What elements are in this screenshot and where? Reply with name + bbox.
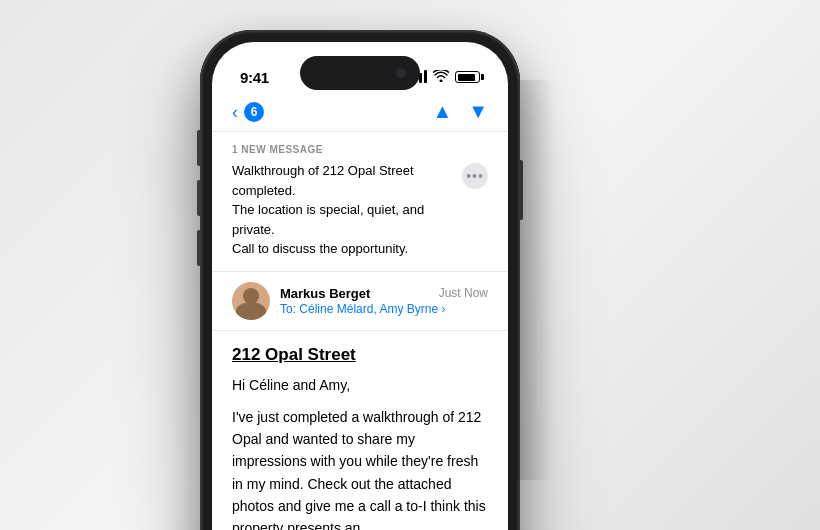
more-options-button[interactable]: ••• (462, 163, 488, 189)
next-message-button[interactable]: ▼ (468, 100, 488, 123)
more-dots-icon: ••• (466, 169, 484, 183)
nav-right: ▲ ▼ (432, 100, 488, 123)
nav-left[interactable]: ‹ 6 (232, 102, 264, 122)
back-arrow-icon[interactable]: ‹ (232, 103, 238, 121)
notification-area: 1 NEW MESSAGE Walkthrough of 212 Opal St… (212, 132, 508, 272)
sender-name-row: Markus Berget Just Now (280, 286, 488, 301)
nav-bar: ‹ 6 ▲ ▼ (212, 96, 508, 131)
chevron-icon: › (441, 302, 445, 316)
back-badge[interactable]: 6 (244, 102, 264, 122)
avatar-body (236, 302, 266, 320)
prev-message-button[interactable]: ▲ (432, 100, 452, 123)
preview-line2: The location is special, quiet, and priv… (232, 202, 424, 237)
sender-row: Markus Berget Just Now To: Céline Mélard… (212, 272, 508, 331)
dynamic-island (300, 56, 420, 90)
scene: 9:41 (0, 0, 820, 530)
phone-frame: 9:41 (200, 30, 520, 530)
email-subject: 212 Opal Street (232, 345, 488, 365)
battery-icon (455, 71, 480, 83)
sender-info: Markus Berget Just Now To: Céline Mélard… (280, 286, 488, 316)
sender-to[interactable]: To: Céline Mélard, Amy Byrne › (280, 302, 488, 316)
camera-dot (396, 68, 406, 78)
wifi-icon (433, 70, 449, 85)
preview-line3: Call to discuss the opportunity. (232, 241, 408, 256)
avatar (232, 282, 270, 320)
phone-screen: 9:41 (212, 42, 508, 530)
status-time: 9:41 (240, 69, 269, 86)
email-body: 212 Opal Street Hi Céline and Amy, I've … (212, 331, 508, 531)
email-greeting: Hi Céline and Amy, (232, 375, 488, 396)
preview-text: Walkthrough of 212 Opal Street completed… (232, 161, 462, 259)
preview-line1: Walkthrough of 212 Opal Street completed… (232, 163, 414, 198)
preview-row: Walkthrough of 212 Opal Street completed… (232, 161, 488, 259)
to-label: To: (280, 302, 296, 316)
phone-shadow (515, 80, 555, 480)
email-paragraph: I've just completed a walkthrough of 212… (232, 406, 488, 531)
recipients[interactable]: Céline Mélard, Amy Byrne (299, 302, 438, 316)
sender-time: Just Now (439, 286, 488, 300)
new-message-label: 1 NEW MESSAGE (232, 144, 488, 155)
sender-name: Markus Berget (280, 286, 370, 301)
